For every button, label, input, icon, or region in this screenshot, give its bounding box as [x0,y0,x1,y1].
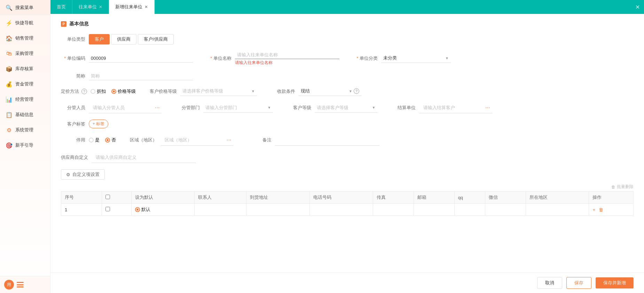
remark-input[interactable] [277,136,377,144]
tab-partners-close[interactable]: ✕ [99,5,102,9]
disabled-row: 停用 是 否 区域（地区） ··· 备注 [61,135,634,146]
sidebar-item-label: 搜索菜单 [15,5,33,11]
manager-input[interactable] [91,104,154,112]
cell-contact [195,204,246,216]
radio-no[interactable]: 否 [105,137,116,143]
custom-settings-label: 自定义项设置 [72,171,100,178]
btn-both[interactable]: 客户/供应商 [138,34,174,44]
tab-new-partner-close[interactable]: ✕ [144,5,148,9]
radio-level[interactable]: 价格等级 [111,88,136,95]
payment-help-icon[interactable]: ? [354,88,359,94]
sidebar-item-guide[interactable]: 🎯 新手引导 [0,138,50,153]
col-contact: 联系人 [195,192,246,204]
section-title: 基本信息 [69,21,89,27]
customer-grade-chevron-icon: ▼ [372,106,375,109]
save-button[interactable]: 保存 [566,277,591,289]
region-input[interactable] [163,136,225,144]
sidebar-item-sales[interactable]: 🏠 销售管理 [0,31,50,46]
sidebar-bottom: 用 [0,276,50,293]
sidebar-item-label: 库存核算 [15,66,33,72]
main-area: 首页 往来单位 ✕ 新增往来单位 ✕ ✕ P 基本信息 单位类型 客户 供应商 … [50,0,644,293]
sidebar-item-basic-info[interactable]: 📋 基础信息 [0,107,50,122]
supplier-custom-field [92,152,196,163]
quick-nav-icon: ⚡ [6,19,13,26]
cell-fax [373,204,414,216]
cancel-button[interactable]: 取消 [537,277,562,289]
delete-row-icon[interactable]: 🗑 [599,207,603,212]
sidebar-item-purchase[interactable]: 🛍 采购管理 [0,46,50,61]
col-phone: 电话号码 [310,192,373,204]
settlement-label: 结算单位 [391,105,419,111]
customer-grade-select[interactable]: 请选择客户等级 ▼ [315,103,377,113]
sidebar: 🔍 搜索菜单 ⚡ 快捷导航 🏠 销售管理 🛍 采购管理 📦 库存核算 💰 资金管… [0,0,50,293]
sidebar-item-quick-nav[interactable]: ⚡ 快捷导航 [0,15,50,31]
tab-partners[interactable]: 往来单位 ✕ [72,0,109,14]
sidebar-item-search[interactable]: 🔍 搜索菜单 [0,0,50,15]
customer-grade-label: 客户等级 [287,105,315,111]
menu-icon[interactable] [17,282,24,287]
manager-more-icon[interactable]: ··· [155,105,159,111]
add-row-icon[interactable]: + [592,207,595,212]
settlement-input[interactable] [421,104,484,112]
close-all-button[interactable]: ✕ [631,0,644,14]
sidebar-item-operations[interactable]: 📊 经营管理 [0,92,50,107]
manager-field: ··· [89,102,162,113]
code-label: 单位编码 [61,55,89,62]
add-tag-button[interactable]: + 标签 [89,120,108,128]
sidebar-item-label: 基础信息 [15,112,33,118]
radio-discount[interactable]: 折扣 [91,88,106,95]
sidebar-item-label: 新手引导 [15,142,33,148]
payment-value: 现结 [301,88,349,94]
category-label: 单位分类 [353,55,381,62]
pricing-help-icon[interactable]: ? [81,89,87,94]
sidebar-item-label: 经营管理 [15,96,33,103]
section-header: P 基本信息 [61,21,634,27]
default-radio[interactable]: 默认 [135,206,191,213]
radio-yes-label: 是 [95,137,100,143]
name-field: 请输入往来单位名称 [235,51,339,66]
dept-select[interactable]: 请输入分管部门 ▼ [203,103,273,113]
sidebar-item-inventory[interactable]: 📦 库存核算 [0,61,50,76]
money-icon: 💰 [6,81,13,88]
payment-select[interactable]: 现结 ▼ ? [299,87,361,96]
abbr-label: 简称 [61,73,89,79]
cell-action: + 🗑 [589,204,634,216]
col-email: 邮箱 [414,192,454,204]
remark-field [275,135,379,146]
settlement-more-icon[interactable]: ··· [485,105,490,111]
tag-label: 客户标签 [61,121,89,127]
btn-supplier[interactable]: 供应商 [111,34,136,44]
settlement-field: ··· [419,102,492,113]
dept-placeholder: 请输入分管部门 [205,105,267,111]
custom-settings-button[interactable]: ⚙ 自定义项设置 [61,169,105,180]
customer-level-select[interactable]: 请选择客户价格等级 ▼ [180,87,257,96]
tab-home[interactable]: 首页 [50,0,72,14]
btn-customer[interactable]: 客户 [89,34,110,44]
sidebar-item-finance[interactable]: 💰 资金管理 [0,76,50,92]
supplier-custom-input[interactable] [94,153,194,161]
name-input[interactable] [235,51,339,59]
tab-new-partner[interactable]: 新增往来单位 ✕ [109,0,155,14]
radio-level-circle [111,89,116,94]
sidebar-item-label: 快捷导航 [15,20,33,26]
region-more-icon[interactable]: ··· [227,137,231,143]
radio-yes[interactable]: 是 [89,137,100,143]
unit-type-label: 单位类型 [61,36,89,42]
tab-home-label: 首页 [57,4,66,10]
cell-email [414,204,454,216]
code-input[interactable] [89,54,193,63]
col-checkbox [102,192,131,204]
batch-delete-label[interactable]: 批量删除 [617,184,634,190]
cell-wechat [485,204,526,216]
sidebar-item-system[interactable]: ⚙ 系统管理 [0,122,50,138]
supplier-custom-row: 供应商自定义 [61,152,634,163]
row-checkbox[interactable] [105,207,110,211]
category-select[interactable]: 未分类 ▼ [381,54,451,63]
abbr-input[interactable] [89,72,193,80]
dept-label: 分管部门 [175,105,203,111]
cell-region [526,204,589,216]
select-all-checkbox[interactable] [105,195,110,199]
col-fax: 传真 [373,192,414,204]
save-add-button[interactable]: 保存并新增 [596,277,634,288]
radio-no-circle [105,138,110,143]
